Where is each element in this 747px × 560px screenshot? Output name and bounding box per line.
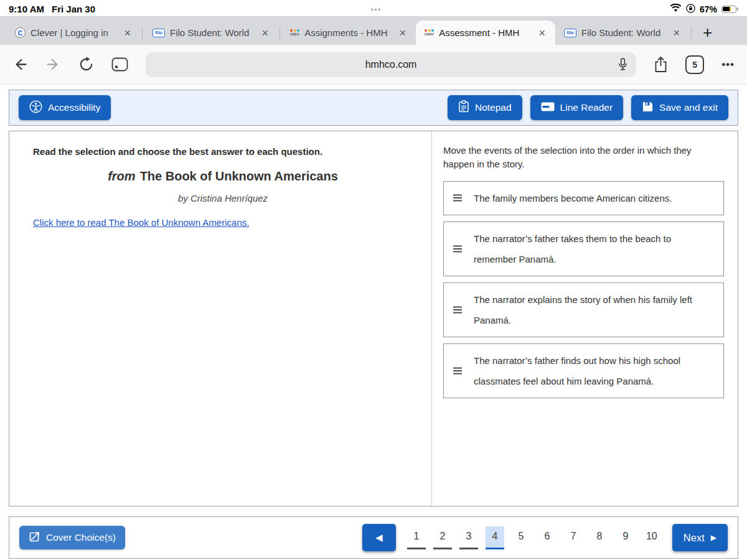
more-menu-icon[interactable]: •••: [721, 58, 735, 71]
status-bar: 9:10 AM Fri Jan 30 ••• 67%: [0, 0, 747, 16]
selection-title: fromThe Book of Unknown Americans: [33, 169, 413, 184]
drag-handle-icon[interactable]: [453, 245, 463, 253]
line-reader-icon: [541, 102, 555, 114]
reload-icon[interactable]: [78, 57, 94, 72]
save-and-exit-label: Save and exit: [659, 102, 718, 113]
assessment-footer: Cover Choice(s) ◀ 1 2 3 4 5 6 7 8 9 10 N…: [9, 516, 738, 559]
tab-assignments-hmh[interactable]: HMH Assignments - HMH ×: [281, 21, 416, 45]
close-icon[interactable]: ×: [537, 27, 547, 39]
read-selection-link[interactable]: Click here to read The Book of Unknown A…: [33, 217, 249, 228]
share-icon[interactable]: [654, 56, 668, 73]
filo-icon: filo: [564, 29, 576, 37]
battery-icon: [721, 6, 738, 13]
assessment-content: Read the selection and choose the best a…: [9, 131, 738, 506]
rotation-lock-icon: [686, 4, 695, 15]
microphone-icon[interactable]: [618, 58, 627, 73]
status-date: Fri Jan 30: [52, 4, 95, 14]
previous-question-button[interactable]: ◀: [362, 524, 396, 551]
question-number-4[interactable]: 4: [486, 526, 504, 549]
selection-byline: by Cristina Henríquez: [33, 193, 413, 203]
new-tab-button[interactable]: +: [693, 21, 722, 45]
assessment-toolbar: Accessibility Notepad Line Reader Save a…: [9, 90, 738, 126]
screen: 9:10 AM Fri Jan 30 ••• 67% C Clever | Lo…: [0, 0, 747, 560]
filo-icon: filo: [153, 29, 165, 37]
next-arrow-icon: ▶: [711, 533, 716, 542]
close-icon[interactable]: ×: [260, 27, 270, 39]
clever-icon: C: [15, 27, 26, 38]
tab-title: Assessment - HMH: [439, 27, 532, 38]
save-icon: [642, 101, 654, 115]
cover-choices-button[interactable]: Cover Choice(s): [19, 526, 125, 549]
event-order-list: The family members become American citiz…: [443, 181, 724, 398]
accessibility-icon: [29, 100, 42, 116]
tab-filo-student-1[interactable]: filo Filo Student: World ×: [144, 21, 278, 45]
event-text: The narrator’s father finds out how his …: [474, 350, 715, 391]
drag-handle-icon[interactable]: [453, 194, 463, 202]
line-reader-button[interactable]: Line Reader: [530, 95, 623, 120]
question-number-8[interactable]: 8: [590, 526, 609, 549]
save-and-exit-button[interactable]: Save and exit: [631, 95, 728, 120]
tab-title: Assignments - HMH: [304, 27, 393, 38]
close-icon[interactable]: ×: [398, 27, 407, 39]
question-number-5[interactable]: 5: [512, 526, 530, 549]
cover-choices-icon: [29, 531, 40, 545]
tab-clever-login[interactable]: C Clever | Logging in ×: [6, 21, 141, 45]
notepad-button[interactable]: Notepad: [448, 95, 522, 120]
forward-icon[interactable]: [45, 57, 61, 72]
question-prompt: Move the events of the selection into th…: [443, 144, 724, 171]
close-icon[interactable]: ×: [672, 27, 681, 39]
page-scan-icon[interactable]: [111, 57, 128, 72]
question-number-nav: 1 2 3 4 5 6 7 8 9 10: [407, 526, 661, 549]
multitask-indicator-icon: •••: [371, 6, 382, 13]
accessibility-label: Accessibility: [48, 102, 100, 113]
tab-strip: C Clever | Logging in × filo Filo Studen…: [0, 16, 747, 45]
wifi-icon: [670, 4, 682, 14]
tab-separator: [691, 27, 692, 39]
prev-arrow-icon: ◀: [375, 532, 383, 543]
question-number-7[interactable]: 7: [564, 526, 583, 549]
next-button[interactable]: Next ▶: [672, 524, 728, 551]
back-icon[interactable]: [12, 57, 28, 72]
question-number-1[interactable]: 1: [407, 526, 426, 549]
status-time: 9:10 AM: [9, 4, 44, 14]
tab-title: Filo Student: World: [581, 27, 667, 38]
url-text: hmhco.com: [365, 59, 417, 70]
tab-separator: [142, 27, 143, 39]
accessibility-button[interactable]: Accessibility: [19, 95, 111, 120]
reading-instruction: Read the selection and choose the best a…: [33, 146, 413, 157]
event-card[interactable]: The narrator’s father finds out how his …: [443, 343, 724, 398]
tab-filo-student-2[interactable]: filo Filo Student: World ×: [555, 21, 690, 45]
close-icon[interactable]: ×: [123, 27, 132, 39]
hmh-logo-icon: HMH: [425, 29, 434, 37]
tab-title: Clever | Logging in: [31, 27, 118, 38]
question-number-10[interactable]: 10: [642, 526, 661, 549]
battery-percent: 67%: [700, 4, 717, 14]
question-number-9[interactable]: 9: [616, 526, 635, 549]
tab-assessment-hmh-active[interactable]: HMH Assessment - HMH ×: [416, 21, 555, 45]
event-text: The narrator explains the story of when …: [474, 289, 715, 330]
question-number-2[interactable]: 2: [433, 526, 452, 549]
hmh-logo-icon: HMH: [290, 29, 299, 37]
drag-handle-icon[interactable]: [453, 366, 463, 375]
event-text: The narrator’s father takes them to the …: [474, 228, 715, 269]
notepad-icon: [458, 100, 469, 115]
event-text: The family members become American citiz…: [474, 188, 672, 208]
drag-handle-icon[interactable]: [453, 306, 463, 314]
event-card[interactable]: The narrator explains the story of when …: [443, 282, 724, 337]
question-number-3[interactable]: 3: [459, 526, 478, 549]
cover-choices-label: Cover Choice(s): [46, 532, 116, 543]
tab-count: 5: [692, 60, 697, 70]
tab-title: Filo Student: World: [170, 27, 255, 38]
tab-separator: [280, 27, 280, 39]
next-label: Next: [684, 532, 705, 544]
assessment-app: Accessibility Notepad Line Reader Save a…: [0, 85, 747, 560]
question-pane: Move the events of the selection into th…: [432, 131, 738, 506]
tab-overview-button[interactable]: 5: [685, 55, 704, 74]
question-number-6[interactable]: 6: [538, 526, 557, 549]
selection-title-text: The Book of Unknown Americans: [140, 169, 338, 183]
browser-toolbar: hmhco.com 5 •••: [0, 45, 747, 85]
reading-pane: Read the selection and choose the best a…: [9, 131, 432, 506]
event-card[interactable]: The narrator’s father takes them to the …: [443, 222, 724, 276]
event-card[interactable]: The family members become American citiz…: [443, 181, 724, 215]
address-bar[interactable]: hmhco.com: [146, 52, 636, 77]
